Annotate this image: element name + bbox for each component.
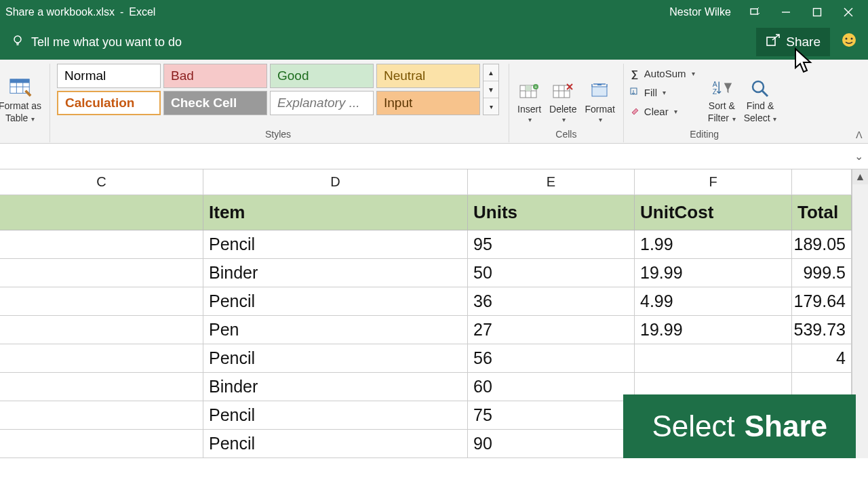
style-normal[interactable]: Normal — [57, 64, 161, 88]
table-row: Pencil364.99179.64 — [0, 287, 868, 316]
style-bad[interactable]: Bad — [163, 64, 267, 88]
gallery-more[interactable]: ▾ — [484, 98, 498, 115]
style-good[interactable]: Good — [270, 64, 374, 88]
chevron-down-icon: ▾ — [692, 70, 695, 77]
chevron-down-icon: ▾ — [730, 115, 736, 123]
fill-button[interactable]: Fill ▾ — [629, 84, 703, 100]
cell-styles-gallery[interactable]: Normal Bad Good Neutral ▲ ▼ ▾ Calculatio… — [57, 64, 499, 115]
svg-line-37 — [762, 91, 768, 96]
formula-bar[interactable]: ⌄ — [0, 144, 868, 169]
cell-units[interactable]: 27 — [468, 316, 635, 344]
table-row: Pencil951.99189.05 — [0, 230, 868, 259]
cell-units[interactable]: 90 — [468, 430, 635, 458]
callout-emphasis: Share — [745, 409, 827, 443]
chevron-down-icon: ▾ — [29, 115, 35, 123]
svg-point-5 — [14, 36, 21, 43]
ribbon: nal g ▾ Format as Table ▾ Normal Bad Goo… — [0, 60, 868, 144]
group-label-editing: Editing — [690, 127, 719, 142]
style-input[interactable]: Input — [376, 91, 480, 115]
find-icon — [749, 77, 772, 100]
delete-cells-icon — [551, 80, 574, 103]
cell-item[interactable]: Pencil — [203, 430, 468, 458]
cell-unitcost[interactable]: 4.99 — [635, 287, 792, 316]
callout-text: Select — [652, 409, 734, 443]
gallery-scroll-up[interactable]: ▲ — [484, 64, 498, 81]
cell[interactable] — [0, 373, 203, 401]
cell[interactable] — [0, 230, 203, 259]
gallery-scroll-down[interactable]: ▼ — [484, 81, 498, 98]
cell-units[interactable]: 56 — [468, 344, 635, 373]
sort-filter-button[interactable]: AZ Sort & Filter ▾ — [705, 64, 738, 126]
table-header-blank[interactable] — [0, 195, 203, 230]
table-header-item[interactable]: Item — [203, 195, 468, 230]
cell-item[interactable]: Pencil — [203, 344, 468, 373]
share-label: Share — [786, 35, 821, 49]
cell-units[interactable]: 75 — [468, 401, 635, 430]
cell-total[interactable]: 189.05 — [792, 230, 852, 259]
style-explanatory[interactable]: Explanatory ... — [270, 91, 374, 115]
cell[interactable] — [0, 316, 203, 344]
cell-total[interactable]: 539.73 — [792, 316, 852, 344]
cell-unitcost[interactable]: 19.99 — [635, 259, 792, 287]
cell-total[interactable]: 4 — [792, 344, 852, 373]
cell-units[interactable]: 60 — [468, 373, 635, 401]
chevron-down-icon: ▾ — [562, 116, 566, 123]
cell-item[interactable]: Pencil — [203, 287, 468, 316]
cell-item[interactable]: Binder — [203, 373, 468, 401]
chevron-down-icon: ▾ — [674, 108, 677, 115]
cell-item[interactable]: Pencil — [203, 401, 468, 430]
table-header-units[interactable]: Units — [468, 195, 635, 230]
close-button[interactable] — [834, 3, 863, 22]
cell-unitcost[interactable] — [635, 344, 792, 373]
svg-rect-0 — [751, 9, 757, 14]
col-header-G[interactable] — [792, 169, 852, 195]
cell-item[interactable]: Binder — [203, 259, 468, 287]
group-label-cells: Cells — [555, 127, 576, 142]
cell[interactable] — [0, 344, 203, 373]
col-header-D[interactable]: D — [203, 169, 468, 195]
delete-cells-button[interactable]: Delete ▾ — [547, 64, 579, 126]
expand-formula-bar-button[interactable]: ⌄ — [849, 150, 868, 163]
col-header-C[interactable]: C — [0, 169, 203, 195]
table-header-total[interactable]: Total — [792, 195, 852, 230]
cell-unitcost[interactable]: 1.99 — [635, 230, 792, 259]
ribbon-group-styles: Normal Bad Good Neutral ▲ ▼ ▾ Calculatio… — [50, 64, 509, 142]
format-cells-button[interactable]: Format ▾ — [583, 64, 618, 126]
style-calculation[interactable]: Calculation — [57, 91, 161, 115]
cell-total[interactable]: 999.5 — [792, 259, 852, 287]
cell[interactable] — [0, 259, 203, 287]
cell-units[interactable]: 95 — [468, 230, 635, 259]
gallery-scroll: ▲ ▼ ▾ — [483, 64, 499, 115]
cell[interactable] — [0, 287, 203, 316]
col-header-E[interactable]: E — [468, 169, 635, 195]
table-header-unitcost[interactable]: UnitCost — [635, 195, 792, 230]
minimize-button[interactable] — [772, 3, 800, 22]
scroll-up-button[interactable]: ▲ — [852, 169, 868, 184]
style-neutral[interactable]: Neutral — [376, 64, 480, 88]
maximize-button[interactable] — [803, 3, 831, 22]
style-check-cell[interactable]: Check Cell — [163, 91, 267, 115]
find-select-button[interactable]: Find & Select ▾ — [741, 64, 780, 126]
feedback-smiley-icon[interactable] — [841, 32, 857, 52]
autosum-button[interactable]: ∑ AutoSum ▾ — [629, 65, 703, 81]
cell-item[interactable]: Pen — [203, 316, 468, 344]
svg-text:A: A — [713, 81, 717, 88]
svg-point-9 — [842, 33, 856, 47]
column-headers: C D E F — [0, 169, 868, 195]
cell-item[interactable]: Pencil — [203, 230, 468, 259]
insert-cells-button[interactable]: + Insert ▾ — [515, 64, 544, 126]
cell[interactable] — [0, 430, 203, 458]
col-header-F[interactable]: F — [635, 169, 792, 195]
ribbon-display-options-button[interactable] — [741, 3, 769, 22]
tellme-search[interactable]: Tell me what you want to do — [11, 34, 182, 51]
clear-button[interactable]: Clear ▾ — [629, 103, 703, 119]
cell-units[interactable]: 36 — [468, 287, 635, 316]
format-as-table-button[interactable]: Format as Table ▾ — [0, 64, 44, 126]
share-button[interactable]: Share — [756, 28, 830, 56]
cell-unitcost[interactable]: 19.99 — [635, 316, 792, 344]
cell-total[interactable]: 179.64 — [792, 287, 852, 316]
cell-units[interactable]: 50 — [468, 259, 635, 287]
collapse-ribbon-button[interactable]: ᐱ — [856, 129, 863, 140]
cell[interactable] — [0, 401, 203, 430]
sigma-icon: ∑ — [629, 68, 640, 79]
